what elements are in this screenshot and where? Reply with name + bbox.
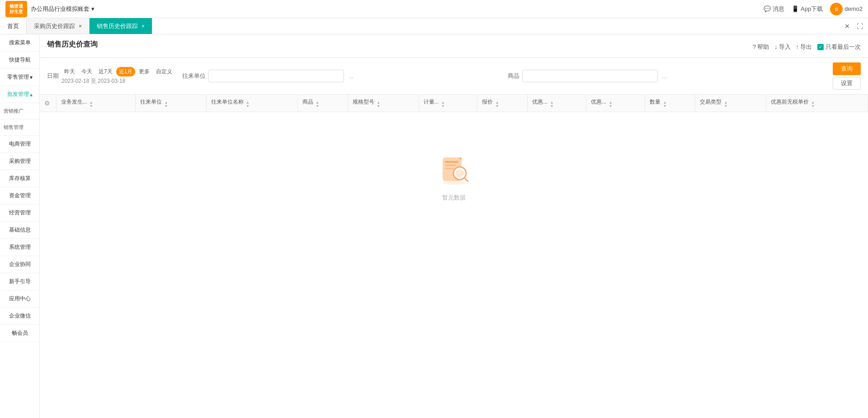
col-discount2-label: 优惠... (591, 99, 606, 105)
sidebar-ecom-label: 电商管理 (9, 141, 31, 147)
col-discount1[interactable]: 优惠... ▲▼ (528, 95, 586, 112)
sidebar-item-wholesale-mgmt[interactable]: 批发管理 ▴ (0, 86, 39, 103)
page-title: 销售历史价查询 (47, 40, 98, 49)
date-opt-custom[interactable]: 自定义 (153, 67, 175, 76)
tab-purchase-history[interactable]: 采购历史价跟踪 × (27, 18, 90, 34)
export-icon: ↑ (796, 43, 799, 50)
table-header-row: ⚙ 业务发生... ▲▼ 往来单位 ▲▼ 往来单位名称 ▲▼ (40, 95, 868, 112)
tab-purchase-close[interactable]: × (79, 23, 82, 29)
tab-home-label: 首页 (7, 22, 19, 30)
tab-sales-close[interactable]: × (142, 23, 145, 29)
wholesale-arrow-icon: ▴ (30, 91, 33, 98)
sidebar-item-search[interactable]: 搜索菜单 (0, 34, 39, 52)
col-goods-label: 商品 (302, 99, 313, 105)
date-range: 2023-02-18 至 2023-03-18 (61, 77, 175, 85)
retail-arrow-icon: ▾ (30, 74, 33, 81)
sidebar-sales-mgmt-label: 销售管理 (4, 124, 24, 130)
tab-purchase-label: 采购历史价跟踪 (34, 22, 75, 30)
sort-arrows-discount2: ▲▼ (609, 101, 613, 108)
col-quote-label: 报价 (482, 99, 493, 105)
sidebar-item-newbie[interactable]: 新手引导 (0, 273, 39, 290)
col-quote[interactable]: 报价 ▲▼ (477, 95, 528, 112)
topbar: 畅捷通好生意 办公用品行业模拟账套 ▾ 💬 消息 📱 App下载 d demo2 (0, 0, 868, 18)
import-icon: ↓ (774, 43, 778, 50)
sidebar-item-sys-mgmt[interactable]: 系统管理 (0, 239, 39, 256)
col-biz-date[interactable]: 业务发生... ▲▼ (56, 95, 136, 112)
date-opt-last1m[interactable]: 近1月 (116, 67, 136, 76)
checkbox-icon (817, 44, 824, 50)
col-partner-name[interactable]: 往来单位名称 ▲▼ (206, 95, 297, 112)
col-biz-date-label: 业务发生... (61, 99, 87, 105)
col-discount2[interactable]: 优惠... ▲▼ (586, 95, 645, 112)
sidebar-item-marketing[interactable]: 营销推广 (0, 103, 39, 119)
sidebar-item-purchase-mgmt[interactable]: 采购管理 (0, 153, 39, 170)
col-settings: ⚙ (40, 95, 56, 112)
sidebar-item-corp-wechat[interactable]: 企业微信 (0, 308, 39, 325)
sidebar-item-basic-info[interactable]: 基础信息 (0, 222, 39, 239)
date-opt-yesterday[interactable]: 昨天 (61, 67, 78, 76)
sidebar-item-sales-mgmt[interactable]: 销售管理 (0, 119, 39, 136)
svg-rect-2 (445, 161, 458, 163)
only-last-checkbox[interactable]: 只看最后一次 (817, 43, 861, 51)
sidebar-item-member[interactable]: 畅会员 (0, 325, 39, 342)
settings-button[interactable]: 设置 (833, 77, 861, 90)
col-pretax-price[interactable]: 优惠前无税单价 ▲▼ (766, 95, 868, 112)
empty-text: 暂元数据 (442, 194, 466, 202)
col-spec[interactable]: 规格型号 ▲▼ (348, 95, 419, 112)
sidebar-item-finance-mgmt[interactable]: 资金管理 (0, 187, 39, 204)
export-label: 导出 (800, 43, 812, 51)
sidebar-item-enterprise[interactable]: 企业协同 (0, 256, 39, 273)
col-partner-code[interactable]: 往来单位 ▲▼ (136, 95, 207, 112)
only-last-label: 只看最后一次 (826, 43, 861, 51)
date-opt-today[interactable]: 今天 (79, 67, 95, 76)
sidebar-ops-label: 经营管理 (9, 209, 31, 216)
sidebar-item-retail-mgmt[interactable]: 零售管理 ▾ (0, 69, 39, 86)
date-opt-more[interactable]: 更多 (136, 67, 152, 76)
date-opt-last7[interactable]: 近7天 (96, 67, 115, 76)
sidebar-item-inventory[interactable]: 库存核算 (0, 170, 39, 187)
date-label: 日期 (47, 72, 59, 80)
col-trade-type[interactable]: 交易类型 ▲▼ (695, 95, 766, 112)
maximize-btn[interactable]: ⛶ (855, 22, 864, 31)
col-partner-code-label: 往来单位 (140, 99, 162, 105)
col-discount1-label: 优惠... (532, 99, 547, 105)
import-btn[interactable]: ↓ 导入 (774, 43, 791, 51)
sidebar-item-app-center[interactable]: 应用中心 (0, 290, 39, 308)
gear-icon[interactable]: ⚙ (44, 100, 50, 107)
col-quantity[interactable]: 数量 ▲▼ (645, 95, 695, 112)
app-selector[interactable]: 办公用品行业模拟账套 ▾ (31, 5, 94, 13)
close-tab-btn[interactable]: ✕ (843, 22, 852, 31)
col-goods[interactable]: 商品 ▲▼ (298, 95, 348, 112)
main-layout: 搜索菜单 快捷导航 零售管理 ▾ 批发管理 ▴ 营销推广 销售管理 电商管理 采 (0, 34, 868, 418)
query-button[interactable]: 查询 (833, 62, 861, 75)
col-spec-label: 规格型号 (353, 99, 374, 105)
svg-line-7 (464, 178, 468, 181)
sidebar-item-ecom-mgmt[interactable]: 电商管理 (0, 136, 39, 153)
partner-input[interactable] (208, 70, 344, 82)
goods-input[interactable] (522, 70, 658, 82)
action-buttons: 查询 设置 (833, 62, 861, 90)
sidebar-corp-wechat-label: 企业微信 (9, 313, 31, 319)
help-btn[interactable]: ? 帮助 (753, 43, 769, 51)
sidebar-item-ops-mgmt[interactable]: 经营管理 (0, 204, 39, 222)
topbar-left: 畅捷通好生意 办公用品行业模拟账套 ▾ (5, 1, 94, 17)
sidebar-retail-label: 零售管理 (7, 73, 29, 81)
sort-arrows-spec: ▲▼ (377, 101, 380, 108)
sort-arrows-unit: ▲▼ (441, 101, 445, 108)
export-btn[interactable]: ↑ 导出 (796, 43, 812, 51)
sort-arrows-partner-code: ▲▼ (165, 101, 168, 108)
sidebar-enterprise-label: 企业协同 (9, 261, 31, 267)
partner-dots: ... (347, 73, 355, 80)
sidebar-marketing-label: 营销推广 (4, 108, 24, 114)
col-unit[interactable]: 计量... ▲▼ (419, 95, 477, 112)
sidebar-newbie-label: 新手引导 (9, 278, 31, 285)
tab-sales-history[interactable]: 销售历史价跟踪 × (90, 18, 152, 34)
user-profile[interactable]: d demo2 (830, 3, 863, 15)
col-pretax-price-label: 优惠前无税单价 (771, 99, 809, 105)
page-header: 销售历史价查询 ? 帮助 ↓ 导入 ↑ 导出 (40, 34, 868, 58)
sidebar-item-quick-nav[interactable]: 快捷导航 (0, 52, 39, 69)
tab-home[interactable]: 首页 (0, 18, 27, 34)
message-btn[interactable]: 💬 消息 (764, 5, 784, 13)
app-download-btn[interactable]: 📱 App下载 (792, 5, 823, 13)
sort-arrows-biz-date: ▲▼ (90, 101, 93, 108)
